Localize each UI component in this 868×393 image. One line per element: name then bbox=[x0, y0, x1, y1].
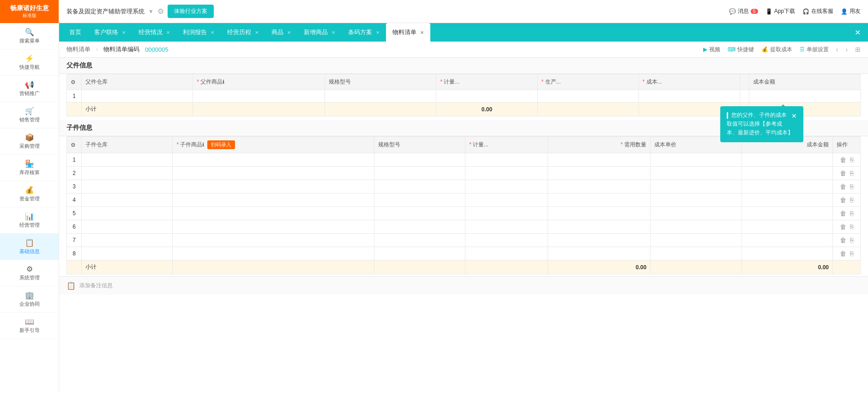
child-needed-cell[interactable] bbox=[548, 220, 651, 234]
child-unit-cost-cell[interactable] bbox=[651, 220, 741, 234]
delete-row-button[interactable]: 🗑 bbox=[840, 169, 846, 177]
child-quantity-cell[interactable] bbox=[465, 220, 548, 234]
trial-button[interactable]: 体验行业方案 bbox=[168, 5, 214, 18]
delete-row-button[interactable]: 🗑 bbox=[840, 236, 846, 244]
tab-home[interactable]: 首页 bbox=[63, 23, 88, 42]
delete-row-button[interactable]: 🗑 bbox=[840, 223, 846, 230]
tab-profit-close[interactable]: ✕ bbox=[211, 30, 214, 35]
child-quantity-cell[interactable] bbox=[465, 153, 548, 167]
delete-row-button[interactable]: 🗑 bbox=[840, 210, 846, 217]
tab-operations-close[interactable]: ✕ bbox=[166, 30, 170, 35]
delete-row-button[interactable]: 🗑 bbox=[840, 196, 846, 204]
copy-row-button[interactable]: ⎘ bbox=[850, 183, 854, 190]
action-shortcut[interactable]: ⌨ 快捷键 bbox=[728, 46, 754, 54]
online-service-item[interactable]: 🎧 在线客服 bbox=[802, 7, 833, 15]
delete-row-button[interactable]: 🗑 bbox=[840, 250, 846, 257]
tab-barcode[interactable]: 条码方案 ✕ bbox=[342, 23, 386, 42]
tooltip-close-button[interactable]: ✕ bbox=[791, 111, 797, 121]
action-video[interactable]: ▶ 视频 bbox=[703, 46, 720, 54]
tab-customer-close[interactable]: ✕ bbox=[122, 30, 126, 35]
child-goods-cell[interactable] bbox=[173, 220, 374, 234]
sidebar-item-guide[interactable]: 📖 新手引导 bbox=[0, 313, 59, 339]
sidebar-item-operations[interactable]: 📊 经营管理 bbox=[0, 207, 59, 234]
parent-goods-cell[interactable] bbox=[193, 90, 325, 103]
child-goods-cell[interactable] bbox=[173, 153, 374, 167]
sidebar-item-basic-info[interactable]: 📋 基础信息 bbox=[0, 234, 59, 260]
child-spec-cell[interactable] bbox=[374, 153, 465, 167]
child-warehouse-cell[interactable] bbox=[82, 220, 173, 234]
copy-row-button[interactable]: ⎘ bbox=[850, 210, 854, 217]
child-quantity-cell[interactable] bbox=[465, 167, 548, 180]
tab-bom[interactable]: 物料清单 ✕ bbox=[386, 23, 430, 42]
child-spec-cell[interactable] bbox=[374, 207, 465, 220]
tab-bom-close[interactable]: ✕ bbox=[420, 30, 424, 35]
child-spec-cell[interactable] bbox=[374, 180, 465, 193]
child-spec-cell[interactable] bbox=[374, 247, 465, 260]
copy-row-button[interactable]: ⎘ bbox=[850, 156, 854, 163]
tab-profit[interactable]: 利润报告 ✕ bbox=[176, 23, 221, 42]
parent-col-settings[interactable]: ⚙ bbox=[67, 74, 82, 90]
child-needed-cell[interactable] bbox=[548, 234, 651, 247]
sidebar-item-finance[interactable]: 💰 资金管理 bbox=[0, 181, 59, 207]
child-needed-cell[interactable] bbox=[548, 153, 651, 167]
child-unit-cost-cell[interactable] bbox=[651, 207, 741, 220]
tab-customer[interactable]: 客户联络 ✕ bbox=[88, 23, 132, 42]
sidebar-item-system[interactable]: ⚙ 系统管理 bbox=[0, 260, 59, 286]
child-goods-cell[interactable] bbox=[173, 167, 374, 180]
grid-view-icon[interactable]: ⊞ bbox=[855, 46, 861, 53]
tab-goods[interactable]: 商品 ✕ bbox=[265, 23, 297, 42]
child-unit-cost-cell[interactable] bbox=[651, 234, 741, 247]
tab-close-all[interactable]: ✕ bbox=[851, 28, 864, 37]
sidebar-item-sales[interactable]: 🛒 销售管理 bbox=[0, 102, 59, 128]
copy-row-button[interactable]: ⎘ bbox=[850, 169, 854, 177]
parent-cost-cell[interactable] bbox=[639, 90, 740, 103]
copy-row-button[interactable]: ⎘ bbox=[850, 250, 854, 257]
child-goods-cell[interactable] bbox=[173, 247, 374, 260]
nav-prev[interactable]: ‹ bbox=[836, 46, 838, 53]
delete-row-button[interactable]: 🗑 bbox=[840, 183, 846, 190]
child-goods-cell[interactable] bbox=[173, 234, 374, 247]
child-unit-cost-cell[interactable] bbox=[651, 247, 741, 260]
copy-row-button[interactable]: ⎘ bbox=[850, 196, 854, 204]
tab-barcode-close[interactable]: ✕ bbox=[376, 30, 380, 35]
child-warehouse-cell[interactable] bbox=[82, 247, 173, 260]
child-unit-cost-cell[interactable] bbox=[651, 193, 741, 207]
breadcrumb-parent[interactable]: 物料清单 bbox=[66, 45, 90, 54]
child-spec-cell[interactable] bbox=[374, 193, 465, 207]
child-quantity-cell[interactable] bbox=[465, 180, 548, 193]
tab-history-close[interactable]: ✕ bbox=[255, 30, 259, 35]
child-warehouse-cell[interactable] bbox=[82, 167, 173, 180]
action-cost[interactable]: 💰 提取成本 bbox=[761, 46, 792, 54]
child-needed-cell[interactable] bbox=[548, 180, 651, 193]
sidebar-item-quicknav[interactable]: ⚡ 快捷导航 bbox=[0, 49, 59, 76]
action-settings[interactable]: ☰ 单据设置 bbox=[800, 46, 829, 54]
parent-spec-cell[interactable] bbox=[325, 90, 436, 103]
child-quantity-cell[interactable] bbox=[465, 234, 548, 247]
sidebar-item-purchase[interactable]: 📦 采购管理 bbox=[0, 128, 59, 155]
dropdown-arrow[interactable]: ▼ bbox=[148, 8, 154, 15]
sidebar-item-search[interactable]: 🔍 搜索菜单 bbox=[0, 23, 59, 49]
app-download-item[interactable]: 📱 App下载 bbox=[766, 7, 795, 15]
child-goods-cell[interactable] bbox=[173, 180, 374, 193]
child-warehouse-cell[interactable] bbox=[82, 193, 173, 207]
nav-next[interactable]: › bbox=[845, 46, 848, 53]
sidebar-item-inventory[interactable]: 🏪 库存核算 bbox=[0, 155, 59, 181]
child-quantity-cell[interactable] bbox=[465, 193, 548, 207]
child-quantity-cell[interactable] bbox=[465, 247, 548, 260]
child-warehouse-cell[interactable] bbox=[82, 153, 173, 167]
tab-goods-close[interactable]: ✕ bbox=[287, 30, 291, 35]
child-unit-cost-cell[interactable] bbox=[651, 167, 741, 180]
tab-new-goods-close[interactable]: ✕ bbox=[332, 30, 335, 35]
sidebar-item-enterprise[interactable]: 🏢 企业协同 bbox=[0, 286, 59, 313]
child-needed-cell[interactable] bbox=[548, 247, 651, 260]
parent-production-cell[interactable] bbox=[537, 90, 639, 103]
user-item[interactable]: 👤 用友 bbox=[841, 7, 861, 15]
child-warehouse-cell[interactable] bbox=[82, 180, 173, 193]
copy-row-button[interactable]: ⎘ bbox=[850, 223, 854, 230]
child-goods-cell[interactable] bbox=[173, 193, 374, 207]
delete-row-button[interactable]: 🗑 bbox=[840, 156, 846, 163]
tab-operations[interactable]: 经营情况 ✕ bbox=[132, 23, 176, 42]
sidebar-item-marketing[interactable]: 📢 营销推广 bbox=[0, 76, 59, 102]
child-spec-cell[interactable] bbox=[374, 220, 465, 234]
scan-button[interactable]: 扫码录入 bbox=[207, 140, 235, 149]
